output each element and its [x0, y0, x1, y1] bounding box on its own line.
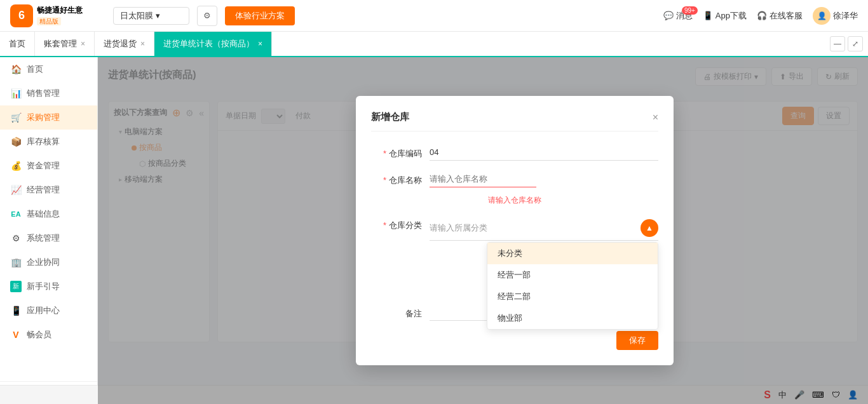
tab-minimize-button[interactable]: — — [830, 36, 845, 51]
logo-text: 畅捷通好生意 精品版 — [37, 5, 83, 26]
message-badge: 99+ — [682, 6, 698, 15]
sidebar-item-home[interactable]: 🏠 首页 — [0, 57, 97, 81]
phone-icon: 📱 — [703, 11, 713, 20]
save-button[interactable]: 保存 — [616, 331, 658, 350]
sidebar-item-finance[interactable]: 💰 资金管理 — [0, 154, 97, 178]
dropdown-option-uncategorized[interactable]: 未分类 — [487, 243, 658, 264]
logo-area: 6 畅捷通好生意 精品版 — [10, 4, 105, 27]
category-dropdown-list: 未分类 经营一部 经营二部 物业部 — [487, 242, 658, 330]
tab-home[interactable]: 首页 — [0, 32, 35, 57]
message-button[interactable]: 💬 消息 99+ — [663, 10, 693, 22]
settings-button[interactable]: ⚙ — [197, 6, 217, 26]
sidebar-item-vip[interactable]: V 畅会员 — [0, 323, 97, 347]
sidebar-item-guide[interactable]: 新 新手引导 — [0, 274, 97, 299]
enterprise-icon: 🏢 — [10, 257, 22, 268]
purchase-icon: 🛒 — [10, 112, 22, 123]
sidebar-item-inventory[interactable]: 📦 库存核算 — [0, 130, 97, 154]
user-menu[interactable]: 👤 徐泽华 — [813, 7, 858, 25]
modal-close-button[interactable]: × — [653, 112, 658, 123]
store-selector[interactable]: 日太阳膜 ▾ — [113, 7, 189, 25]
tab-close-account[interactable]: × — [81, 39, 85, 48]
sales-icon: 📊 — [10, 88, 22, 99]
finance-icon: 💰 — [10, 160, 22, 172]
note-label: 备注 — [371, 304, 422, 320]
modal-header: 新增仓库 × — [371, 111, 658, 131]
vip-icon: V — [10, 329, 22, 340]
header-right: 💬 消息 99+ 📱 App下载 🎧 在线客服 👤 徐泽华 — [663, 7, 858, 25]
category-dropdown[interactable]: 请输入所属分类 ▲ — [430, 216, 658, 241]
gear-icon: ⚙ — [203, 11, 211, 20]
online-service-button[interactable]: 🎧 在线客服 — [757, 10, 803, 22]
guide-icon: 新 — [10, 281, 22, 292]
home-icon: 🏠 — [10, 64, 22, 75]
sidebar-item-operations[interactable]: 📈 经营管理 — [0, 178, 97, 202]
headset-icon: 🎧 — [757, 11, 767, 20]
message-icon: 💬 — [663, 11, 674, 20]
sidebar: 🏠 首页 📊 销售管理 🛒 采购管理 📦 库存核算 💰 资金管理 📈 经营管理 … — [0, 57, 98, 404]
sidebar-item-sales[interactable]: 📊 销售管理 — [0, 81, 97, 105]
tab-controls: — ⤢ — [830, 36, 868, 51]
app-download-button[interactable]: 📱 App下载 — [703, 10, 747, 22]
name-input[interactable] — [430, 171, 536, 187]
logo-icon: 6 — [10, 4, 33, 27]
inventory-icon: 📦 — [10, 136, 22, 147]
tab-maximize-button[interactable]: ⤢ — [848, 36, 863, 51]
dropdown-option-dept2[interactable]: 经营二部 — [487, 286, 658, 307]
modal-title: 新增仓库 — [371, 111, 409, 123]
avatar: 👤 — [813, 7, 831, 25]
name-error: 请输入仓库名称 — [430, 195, 541, 206]
new-warehouse-modal: 新增仓库 × 仓库编码 仓库名称 请输入仓库名称 仓库分类 — [356, 96, 674, 365]
content-area: 进货单统计(按商品) 🖨 按模板打印 ▾ ⬆ 导出 ↻ 刷新 — [98, 57, 868, 404]
app-center-icon: 📱 — [10, 305, 22, 316]
sidebar-item-base-info[interactable]: EA 基础信息 — [0, 202, 97, 226]
form-row-category: 仓库分类 请输入所属分类 ▲ 未分类 经营一部 经营二部 物业部 — [371, 216, 658, 241]
sidebar-item-purchase[interactable]: 🛒 采购管理 — [0, 105, 97, 130]
tab-account[interactable]: 账套管理 × — [35, 32, 95, 57]
tab-bar: 首页 账套管理 × 进货退货 × 进货单统计表（按商品） × — ⤢ — [0, 32, 868, 57]
code-label: 仓库编码 — [371, 144, 422, 159]
system-icon: ⚙ — [10, 232, 22, 244]
tab-purchase-stats[interactable]: 进货单统计表（按商品） × — [154, 32, 272, 57]
dropdown-option-dept3[interactable]: 物业部 — [487, 307, 658, 329]
name-label: 仓库名称 — [371, 171, 422, 186]
modal-footer: 保存 — [371, 331, 658, 350]
tab-close-purchase-return[interactable]: × — [140, 39, 145, 48]
main-layout: 🏠 首页 📊 销售管理 🛒 采购管理 📦 库存核算 💰 资金管理 📈 经营管理 … — [0, 57, 868, 404]
sidebar-item-app-center[interactable]: 📱 应用中心 — [0, 299, 97, 323]
top-header: 6 畅捷通好生意 精品版 日太阳膜 ▾ ⚙ 体验行业方案 💬 消息 99+ 📱 … — [0, 0, 868, 32]
tab-purchase-return[interactable]: 进货退货 × — [95, 32, 154, 57]
dropdown-option-dept1[interactable]: 经营一部 — [487, 264, 658, 286]
operations-icon: 📈 — [10, 184, 22, 196]
tab-close-purchase-stats[interactable]: × — [258, 39, 262, 48]
category-label: 仓库分类 — [371, 216, 422, 231]
sidebar-item-system[interactable]: ⚙ 系统管理 — [0, 226, 97, 250]
form-row-code: 仓库编码 — [371, 144, 658, 161]
form-row-name: 仓库名称 请输入仓库名称 — [371, 171, 658, 206]
trial-button[interactable]: 体验行业方案 — [225, 6, 295, 25]
name-input-wrap — [430, 171, 600, 187]
base-info-icon: EA — [10, 208, 22, 220]
sidebar-item-enterprise[interactable]: 🏢 企业协同 — [0, 250, 97, 274]
chevron-down-icon: ▾ — [156, 11, 160, 20]
code-input[interactable] — [430, 144, 658, 161]
dropdown-up-icon: ▲ — [641, 219, 658, 237]
